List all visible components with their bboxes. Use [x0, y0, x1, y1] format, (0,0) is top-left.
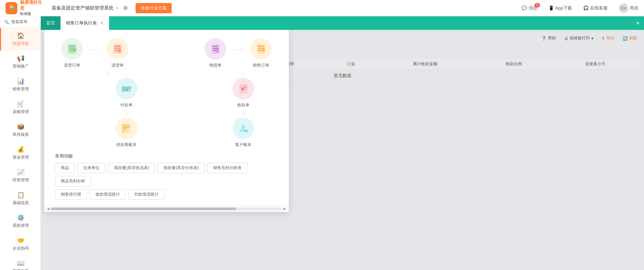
sales-bill-icon [209, 43, 222, 55]
tab-sales-exec[interactable]: 销售订单执行表 ✕ [60, 16, 109, 30]
message-icon: 💬 [522, 5, 527, 11]
page-content: ❓ 帮助 🖨 按模板打印 ▾ ⬆ 导出 🔄 刷新 [41, 30, 644, 270]
app-icon: 📱 [549, 5, 554, 11]
user-avatar: Ea [619, 3, 628, 13]
main-layout: 🔍 搜索菜单 🏠 快捷导航 📢 营销推广 📊 销售管理 🛒 采购管理 📦 [0, 16, 644, 270]
arrow-down-2: ↓ [226, 70, 260, 76]
tab-home[interactable]: 首页 [41, 16, 60, 30]
sidebar-item-operations[interactable]: 📈 经营管理 [0, 164, 40, 187]
sidebar-item-inventory[interactable]: 📦 库存核算 [0, 119, 40, 142]
user-area[interactable]: Ea 用友 [619, 3, 639, 13]
top-header: 🍃 畅康通好生意 标准版 装备及固定资产辅助管理系统 ▾ ⚙ 体验行业方案 💬 … [0, 0, 644, 16]
tab-home-label: 首页 [46, 20, 55, 26]
func-btn-payment-stats[interactable]: 付款情况统计 [128, 189, 164, 200]
search-label: 搜索菜单 [11, 19, 28, 25]
flow-row-arrows-down: ↓ ↓ [91, 69, 278, 77]
finance-label: 资金管理 [13, 155, 29, 160]
svg-rect-0 [68, 44, 76, 54]
system-title-area: 装备及固定资产辅助管理系统 ▾ ⚙ 体验行业方案 [46, 3, 522, 13]
purchase-label: 采购管理 [13, 109, 29, 115]
func-btn-inventory-dist[interactable]: 现存量(库存分布表) [158, 163, 205, 173]
flow-node-purchase-order[interactable]: 进货订单 [55, 38, 89, 68]
supplier-ledger-icon [120, 122, 133, 134]
func-btn-inventory-status[interactable]: 现存量(库存状况表) [108, 163, 155, 173]
flow-node-sales-order[interactable]: 销售订单 [244, 38, 278, 68]
sidebar-item-purchase[interactable]: 🛒 采购管理 [0, 96, 40, 119]
guide-label: 新手引导 [13, 268, 29, 270]
payment-bill-icon: ¥ [120, 83, 133, 95]
flow-node-supplier-ledger[interactable]: 供应商账本 [109, 118, 143, 148]
finance-icon: 💰 [17, 146, 24, 153]
sidebar-item-marketing[interactable]: 📢 营销推广 [0, 51, 40, 73]
supplier-ledger-label: 供应商账本 [116, 142, 137, 148]
message-btn[interactable]: 💬 消息 5 [522, 5, 537, 11]
app-download-btn[interactable]: 📱 App下载 [549, 5, 572, 11]
receipt-bill-label: 收款单 [237, 102, 249, 108]
func-btn-product[interactable]: 商品 [55, 163, 75, 173]
sidebar-item-finance[interactable]: 💰 资金管理 [0, 142, 40, 164]
scroll-track[interactable] [51, 208, 282, 210]
scroll-right-arrow[interactable]: ▶ [283, 207, 286, 211]
func-btn-sales-rank[interactable]: 销售排行榜 [55, 189, 87, 200]
common-section-title: 常用功能 [55, 153, 278, 159]
sales-label: 销售管理 [13, 86, 29, 92]
tab-close-icon[interactable]: ✕ [100, 21, 104, 25]
supplier-ledger-circle [116, 118, 137, 139]
sales-bill-label: 销货单 [209, 62, 222, 68]
func-btn-product-margin[interactable]: 商品毛利分析 [55, 176, 91, 186]
flow-row-3: 供应商账本 [55, 118, 278, 148]
svg-point-14 [241, 125, 245, 129]
brand-version: 标准版 [20, 11, 46, 16]
flow-node-customer-ledger[interactable]: 客户账本 [226, 118, 260, 148]
svg-rect-4 [215, 49, 219, 52]
customer-ledger-icon [237, 122, 249, 134]
inventory-label: 库存核算 [13, 132, 29, 138]
flow-node-purchase-bill[interactable]: 进货单 [101, 38, 135, 68]
arrow-po-to-pb: - - - - → [89, 47, 101, 60]
customer-ledger-circle [232, 118, 254, 139]
flow-row-2: ¥ 付款单 [55, 78, 278, 108]
scroll-left-arrow[interactable]: ◀ [47, 207, 50, 211]
system-dropdown-icon[interactable]: ▾ [116, 6, 118, 10]
quick-nav-icon: 🏠 [17, 32, 24, 39]
scroll-bar-area: ◀ ▶ [44, 205, 289, 212]
tab-sales-exec-label: 销售订单执行表 [66, 20, 97, 26]
online-service-btn[interactable]: 🎧 在线客服 [583, 5, 608, 11]
service-icon: 🎧 [583, 5, 589, 11]
flow-node-payment-bill[interactable]: ¥ 付款单 [109, 78, 143, 108]
flow-node-receipt-bill[interactable]: ¥ 收款单 [226, 78, 260, 108]
flow-node-sales-bill[interactable]: 销货单 [198, 38, 232, 68]
sidebar-item-quick-nav[interactable]: 🏠 快捷导航 [0, 28, 40, 51]
logo-icon: 🍃 [5, 2, 17, 14]
sales-order-label: 销售订单 [253, 62, 269, 68]
arrow-so-to-sb: - - - - → [232, 47, 244, 60]
sidebar-item-system[interactable]: ⚙️ 系统管理 [0, 210, 40, 233]
base-info-icon: 📋 [17, 191, 24, 199]
search-menu-area[interactable]: 🔍 搜索菜单 [0, 16, 40, 28]
sidebar-item-base-info[interactable]: 📋 基础信息 [0, 187, 40, 210]
sidebar-item-sales[interactable]: 📊 销售管理 [0, 73, 40, 96]
inventory-icon: 📦 [17, 123, 24, 130]
receipt-bill-icon: ¥ [237, 83, 249, 95]
func-btn-receipt-stats[interactable]: 收款情况统计 [90, 189, 126, 200]
arrow-down-1: ↓ [91, 70, 125, 76]
settings-gear-btn[interactable]: ⚙ [121, 3, 130, 13]
svg-point-11 [243, 85, 247, 89]
sidebar-item-guide[interactable]: 📖 新手引导 [0, 255, 40, 270]
system-icon: ⚙️ [17, 214, 24, 221]
tab-bar-close-btn[interactable]: ✕ [634, 19, 641, 27]
sidebar: 🔍 搜索菜单 🏠 快捷导航 📢 营销推广 📊 销售管理 🛒 采购管理 📦 [0, 16, 41, 270]
customer-ledger-label: 客户账本 [235, 142, 251, 148]
trial-btn[interactable]: 体验行业方案 [136, 3, 172, 13]
marketing-icon: 📢 [17, 55, 24, 62]
modal-box: 进货订单 - - - - → [44, 30, 289, 212]
service-label: 在线客服 [590, 5, 608, 11]
search-icon: 🔍 [4, 20, 9, 24]
func-btn-sales-margin[interactable]: 销售毛利分析表 [207, 163, 247, 173]
system-title-text: 装备及固定资产辅助管理系统 [52, 5, 114, 11]
divider-2 [577, 5, 578, 11]
logo-area: 🍃 畅康通好生意 标准版 [5, 0, 46, 16]
sidebar-item-collab[interactable]: 🤝 企业协同 [0, 233, 40, 255]
func-btn-partners[interactable]: 往来单位 [77, 163, 105, 173]
purchase-order-label: 进货订单 [64, 62, 80, 68]
